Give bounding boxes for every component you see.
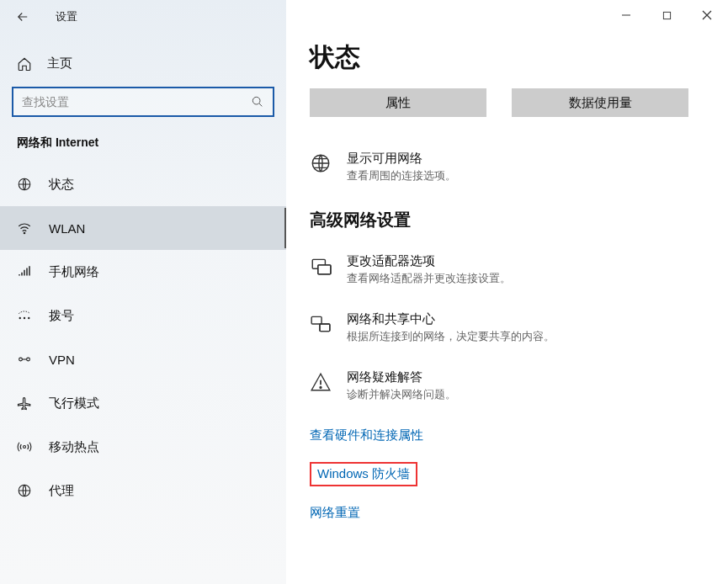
firewall-highlight: Windows 防火墙 [310, 462, 417, 486]
sidebar-item-dialup[interactable]: 拨号 [0, 294, 286, 337]
troubleshoot-row[interactable]: 网络疑难解答 诊断并解决网络问题。 [310, 369, 704, 402]
window-controls [286, 0, 728, 30]
sidebar-item-wlan[interactable]: WLAN [0, 206, 286, 250]
sidebar-item-airplane[interactable]: 飞行模式 [0, 381, 286, 425]
sidebar-item-label: 代理 [49, 483, 74, 499]
svg-point-18 [320, 387, 321, 389]
svg-point-3 [19, 317, 21, 319]
row-description: 诊断并解决网络问题。 [347, 387, 456, 402]
airplane-icon [17, 396, 34, 411]
sidebar-item-label: WLAN [49, 221, 85, 236]
hardware-link[interactable]: 查看硬件和连接属性 [310, 427, 423, 443]
row-description: 根据所连接到的网络，决定要共享的内容。 [347, 329, 555, 344]
sidebar-item-cellular[interactable]: 手机网络 [0, 250, 286, 294]
svg-point-6 [19, 358, 23, 361]
search-icon [251, 95, 264, 109]
content-area: 状态 属性 数据使用量 显示可用网络 查看周围的连接选项。 高级网络设置 更改适… [286, 30, 728, 556]
show-networks-row[interactable]: 显示可用网络 查看周围的连接选项。 [310, 151, 704, 183]
svg-point-8 [24, 446, 26, 449]
row-description: 查看周围的连接选项。 [347, 168, 456, 183]
minimize-button[interactable] [607, 3, 646, 28]
hotspot-icon [17, 439, 34, 454]
page-title: 状态 [310, 40, 704, 75]
row-title: 更改适配器选项 [347, 253, 511, 269]
home-label: 主页 [47, 56, 72, 72]
vpn-icon [17, 352, 34, 367]
svg-rect-15 [311, 316, 321, 324]
sidebar-item-proxy[interactable]: 代理 [0, 469, 286, 512]
data-usage-button[interactable]: 数据使用量 [512, 88, 688, 117]
titlebar: 设置 [0, 0, 286, 34]
sidebar-item-label: 移动热点 [49, 439, 99, 455]
sidebar-item-label: 手机网络 [49, 264, 99, 280]
close-button[interactable] [688, 3, 726, 28]
cellular-icon [17, 264, 34, 279]
svg-point-4 [24, 317, 25, 319]
home-icon [17, 56, 32, 72]
adapter-icon [310, 255, 332, 277]
sharing-center-row[interactable]: 网络和共享中心 根据所连接到的网络，决定要共享的内容。 [310, 311, 704, 344]
row-title: 显示可用网络 [347, 151, 456, 167]
sidebar-item-label: VPN [49, 353, 75, 367]
svg-rect-13 [318, 265, 331, 274]
svg-point-0 [252, 97, 260, 104]
home-button[interactable]: 主页 [0, 45, 286, 80]
globe-icon [310, 152, 332, 174]
wifi-icon [17, 220, 34, 236]
svg-rect-16 [320, 324, 330, 332]
network-reset-link[interactable]: 网络重置 [310, 505, 360, 521]
search-input[interactable] [22, 95, 251, 109]
sidebar-item-label: 状态 [49, 177, 74, 193]
svg-rect-10 [663, 12, 670, 19]
properties-button[interactable]: 属性 [310, 88, 486, 117]
sidebar-item-status[interactable]: 状态 [0, 162, 286, 206]
sidebar-item-label: 飞行模式 [49, 396, 99, 411]
button-row: 属性 数据使用量 [310, 88, 704, 117]
window-title: 设置 [56, 9, 77, 24]
section-label: 网络和 Internet [0, 132, 286, 162]
advanced-heading: 高级网络设置 [310, 209, 704, 231]
row-title: 网络疑难解答 [347, 369, 456, 385]
dialup-icon [17, 308, 34, 323]
svg-point-2 [24, 232, 25, 234]
sidebar-item-vpn[interactable]: VPN [0, 337, 286, 381]
row-description: 查看网络适配器并更改连接设置。 [347, 271, 511, 286]
search-box[interactable] [12, 87, 274, 117]
sidebar-item-hotspot[interactable]: 移动热点 [0, 425, 286, 469]
sidebar: 设置 主页 网络和 Internet 状态 WLAN 手机网络 [0, 0, 286, 584]
firewall-link[interactable]: Windows 防火墙 [317, 466, 410, 482]
row-title: 网络和共享中心 [347, 311, 555, 327]
svg-point-7 [27, 358, 30, 361]
maximize-button[interactable] [647, 3, 686, 28]
sharing-icon [310, 313, 332, 335]
proxy-icon [17, 483, 34, 498]
globe-icon [17, 177, 34, 192]
back-button[interactable] [8, 6, 37, 28]
adapter-options-row[interactable]: 更改适配器选项 查看网络适配器并更改连接设置。 [310, 253, 704, 286]
sidebar-item-label: 拨号 [49, 308, 74, 324]
warning-icon [310, 371, 332, 393]
main-pane: 状态 属性 数据使用量 显示可用网络 查看周围的连接选项。 高级网络设置 更改适… [286, 0, 728, 584]
svg-point-5 [28, 317, 29, 319]
